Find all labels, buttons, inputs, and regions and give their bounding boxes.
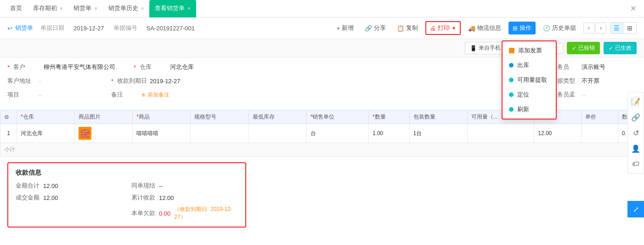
unit-price-col-header: 单价 <box>582 110 618 124</box>
tag-icon: 🏷 <box>632 160 639 168</box>
transaction-row: 成交金额 12.00 <box>16 194 122 202</box>
sidebar-user-button[interactable]: 👤 <box>628 141 643 156</box>
sales-unit-col-header: *销售单位 <box>306 110 368 124</box>
sidebar-note-button[interactable]: 📝 <box>628 94 643 109</box>
sidebar-tag-button[interactable]: 🏷 <box>628 157 643 171</box>
check-icon: ✓ <box>572 45 576 51</box>
locate-item[interactable]: 定位 <box>503 87 556 102</box>
total-amount-row: 金额合计 12.00 <box>16 182 122 190</box>
warehouse-col-header: *仓库 <box>17 110 75 124</box>
operation-button[interactable]: ⊞ 操作 <box>508 22 536 34</box>
window-close-button[interactable]: ✕ <box>627 2 639 15</box>
warehouse-field: * 仓库 河北仓库 <box>134 63 225 71</box>
available-qty-icon <box>509 78 514 82</box>
product-col-header: *商品 <box>133 110 191 124</box>
number-value: SA-20191227-001 <box>147 25 195 32</box>
logistics-icon: 🚚 <box>468 25 475 32</box>
tab-bar: 首页 库存期初 × 销货单 × 销货单历史 × 查看销货单 × ✕ <box>0 0 644 17</box>
refresh-item[interactable]: 刷新 <box>503 102 556 117</box>
note-icon: 📝 <box>631 97 640 106</box>
copy-icon: 📋 <box>397 25 404 32</box>
share-button[interactable]: 🔗 分享 <box>361 22 390 34</box>
tab-close-view-sales[interactable]: × <box>187 6 190 11</box>
history-icon: 🕐 <box>543 25 550 32</box>
date-value: 2019-12-27 <box>73 25 104 32</box>
row-min-stock-cell <box>249 124 306 143</box>
print-icon: 🖨 <box>430 25 436 32</box>
tab-sales-order[interactable]: 销货单 × <box>68 0 102 17</box>
rotate-icon: ↺ <box>633 129 639 137</box>
model-col-header: 规格型号 <box>191 110 249 124</box>
balance-row: 本单欠款 0.00 （收款到期日: 2019-12-27） <box>131 205 238 221</box>
tab-close-inventory[interactable]: × <box>60 6 62 11</box>
grid-icon: ⊞ <box>513 25 518 32</box>
copy-button[interactable]: 📋 复制 <box>393 22 422 34</box>
tab-sales-history[interactable]: 销货单历史 × <box>103 0 149 17</box>
header-actions: + 新增 🔗 分享 📋 复制 🖨 打印 ▼ 🚚 物流信息 ⊞ <box>333 21 637 35</box>
doc-header: ↩ 销货单 单据日期 2019-12-27 单据编号 SA-20191227-0… <box>0 17 644 39</box>
tab-inventory-init[interactable]: 库存期初 × <box>28 0 68 17</box>
salesperson-field: * 业务员孟 -- <box>545 91 637 99</box>
tab-home[interactable]: 首页 <box>5 0 28 17</box>
row-product-img-cell: 🧱 <box>75 124 133 143</box>
next-doc-button[interactable]: › <box>595 23 606 34</box>
row-stock-cell: 12.00 <box>534 124 582 143</box>
product-thumbnail: 🧱 <box>79 127 91 140</box>
staff-field: 业务员 演示账号 <box>551 63 637 71</box>
plus-icon: + <box>337 25 340 32</box>
row-product-cell: 嘻嘻嘻嘻 <box>133 124 191 143</box>
plus-note-icon: ⊕ <box>141 91 146 98</box>
doc-meta: 单据日期 2019-12-27 单据编号 SA-20191227-001 <box>40 24 195 32</box>
prev-doc-button[interactable]: ‹ <box>583 23 594 34</box>
history-docs-button[interactable]: 🕐 历史单据 <box>539 22 580 34</box>
address-field: 客户地址 -- <box>7 77 93 85</box>
doc-type-icon: ↩ 销货单 <box>7 24 33 32</box>
add-note-button[interactable]: ⊕ 添加备注 <box>141 91 169 99</box>
subtotal-cell: 小计 <box>0 143 644 157</box>
refresh-icon <box>509 107 514 112</box>
outbound-item[interactable]: 出库 <box>503 58 556 73</box>
expand-button[interactable]: ⤢ <box>627 201 644 217</box>
add-invoice-icon <box>509 48 514 53</box>
already-cancelled-button[interactable]: ✓ 已核销 <box>567 42 600 54</box>
tab-close-history[interactable]: × <box>141 6 144 11</box>
table-row: 1 河北仓库 🧱 嘻嘻嘻嘻 台 1.00 1台 12.00 0. <box>0 124 644 143</box>
share-icon: 🔗 <box>365 25 372 32</box>
available-qty-item[interactable]: 可用量提取 <box>503 73 556 87</box>
pack-qty-col-header: 包装数量 <box>409 110 467 124</box>
product-img-col-header: 商品图片 <box>75 110 133 124</box>
subtotal-row: 小计 <box>0 143 644 157</box>
logistics-button[interactable]: 🚚 物流信息 <box>464 22 505 34</box>
row-num-cell: 1 <box>0 124 17 143</box>
row-model-cell <box>191 124 249 143</box>
from-mobile-button[interactable]: 📱 来自手机 <box>465 42 506 54</box>
user-icon: 👤 <box>631 144 640 153</box>
remark-field: 备注 ⊕ 添加备注 <box>111 91 169 99</box>
right-sidebar: 📝 🔗 ↺ 👤 🏷 <box>627 92 644 174</box>
cumulative-row: 累计收款 12.00 <box>131 194 238 202</box>
same-order-row: 同单现结 -- <box>131 182 238 190</box>
locate-icon <box>509 92 514 97</box>
doc-title-section: ↩ 销货单 单据日期 2019-12-27 单据编号 SA-20191227-0… <box>7 24 195 32</box>
sidebar-link-button[interactable]: 🔗 <box>628 110 643 125</box>
tab-view-sales[interactable]: 查看销货单 × <box>149 0 196 17</box>
min-stock-col-header: 最低库存 <box>249 110 306 124</box>
due-date-field: * 收款到期日 2019-12-27 <box>111 77 205 85</box>
sidebar-rotate-button[interactable]: ↺ <box>628 125 643 140</box>
new-button[interactable]: + 新增 <box>333 22 358 34</box>
outbound-icon <box>509 63 514 68</box>
add-invoice-item[interactable]: 添加发票 <box>503 43 556 58</box>
already-effective-button[interactable]: ✓ 已生效 <box>604 42 637 54</box>
effective-icon: ✓ <box>609 45 613 51</box>
sales-order-icon: ↩ <box>7 25 12 32</box>
settings-icon[interactable]: ⚙ <box>4 114 9 120</box>
doc-type-label: 销货单 <box>15 24 33 32</box>
tab-close-sales[interactable]: × <box>94 6 97 11</box>
nav-arrows: ‹ › <box>583 23 606 34</box>
number-label: 单据编号 <box>113 24 137 32</box>
grid-view-button[interactable]: ⊞ <box>623 23 636 34</box>
summary-grid: 金额合计 12.00 同单现结 -- 成交金额 12.00 累计收款 12.00… <box>16 182 238 221</box>
list-view-button[interactable]: ☰ <box>610 23 623 34</box>
print-button[interactable]: 🖨 打印 ▼ <box>425 21 461 35</box>
project-field: 项目 -- <box>7 91 93 99</box>
